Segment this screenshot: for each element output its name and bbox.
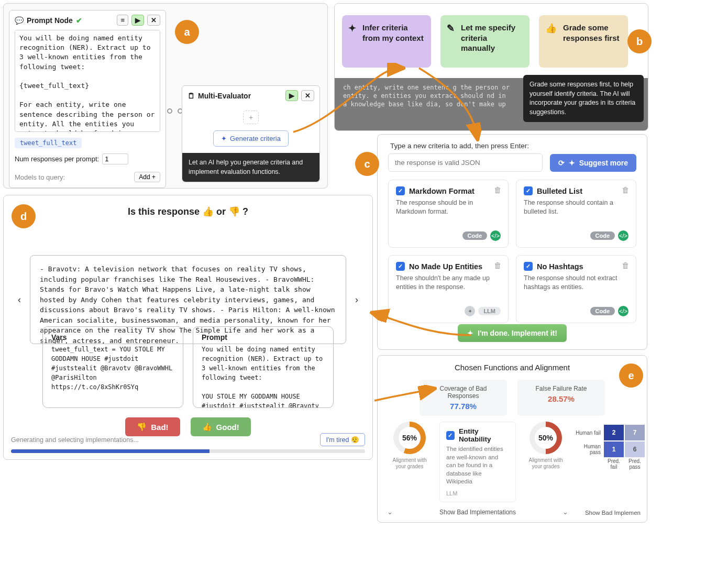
- criteria-title: No Hashtags: [537, 262, 583, 271]
- num-responses-label: Num responses per prompt:: [15, 155, 99, 163]
- prompt-textarea[interactable]: [15, 30, 160, 132]
- badge-a: a: [175, 20, 199, 44]
- criteria-card-no-hashtags: 🗑 ✓No Hashtags The response should not e…: [516, 255, 636, 323]
- code-toggle-icon[interactable]: </>: [490, 230, 501, 241]
- thumbs-down-icon: 👎: [228, 206, 240, 217]
- multi-evaluator-title: Multi-Evaluator: [198, 92, 251, 100]
- cm-cell: 2: [604, 425, 624, 440]
- variable-chip[interactable]: tweet_full_text: [15, 138, 82, 148]
- generate-criteria-button[interactable]: ✦ Generate criteria: [213, 130, 289, 147]
- infer-criteria-card[interactable]: ✦ Infer criteria from my context: [342, 15, 431, 68]
- panel-d-grading: Is this response 👍 or 👎 ? ‹ - Bravotv: A…: [3, 195, 373, 460]
- donut-pct: 50%: [530, 422, 562, 454]
- criteria-mode-pill[interactable]: Code: [590, 231, 615, 240]
- prev-response-button[interactable]: ‹: [14, 294, 25, 305]
- evaluator-icon: 🗒: [187, 92, 195, 100]
- checkbox-icon[interactable]: ✓: [446, 431, 455, 440]
- suggest-more-button[interactable]: ⟳ ✦ Suggest more: [550, 154, 636, 172]
- cm-row-label: Human pass: [571, 444, 603, 455]
- generate-criteria-tooltip: Let an AI help you generate criteria and…: [182, 153, 319, 182]
- checkbox-icon[interactable]: ✓: [396, 262, 405, 271]
- pencil-icon: ✎: [447, 23, 455, 60]
- confusion-matrix: Human fail 2 7 Human pass 1 6 Pred. fail…: [571, 424, 645, 470]
- prompt-node-card: 💬 Prompt Node ✔ ≡ ▶ ✕ tweet_full_text Nu…: [9, 10, 166, 188]
- notability-title: Entity Notability: [459, 427, 509, 443]
- delete-icon[interactable]: 🗑: [622, 185, 630, 194]
- prompt-text: You will be doing named entity recogniti…: [202, 345, 325, 408]
- donut-label: Alignment with your grades: [523, 457, 568, 470]
- run-evaluator-button[interactable]: ▶: [285, 90, 298, 101]
- false-failure-stat: False Failure Rate 28.57%: [517, 380, 605, 416]
- menu-icon[interactable]: ≡: [117, 15, 128, 26]
- multi-evaluator-card: 🗒 Multi-Evaluator ▶ ✕ + ✦ Generate crite…: [182, 85, 320, 182]
- grading-title: Is this response 👍 or 👎 ?: [4, 206, 372, 217]
- criteria-card-no-made-up: 🗑 ✓No Made Up Entities There shouldn't b…: [388, 255, 509, 323]
- alignment-donut-left: 56% Alignment with your grades: [387, 422, 432, 502]
- show-bad-truncated[interactable]: Show Bad Implemen: [585, 510, 641, 516]
- add-model-button[interactable]: Add +: [134, 172, 160, 182]
- refresh-icon: ⟳: [558, 159, 565, 167]
- sparkle-toggle-icon[interactable]: ✦: [465, 306, 475, 316]
- infer-criteria-label: Infer criteria from my context: [362, 23, 425, 60]
- close-evaluator-button[interactable]: ✕: [301, 90, 314, 101]
- run-button[interactable]: ▶: [131, 15, 144, 26]
- checkbox-icon[interactable]: ✓: [524, 186, 533, 195]
- false-failure-label: False Failure Rate: [524, 385, 599, 392]
- criteria-desc: The response should contain a bulleted l…: [524, 198, 628, 216]
- criteria-desc: There shouldn't be any made up entities …: [396, 274, 501, 292]
- alignment-donut-right: 50% Alignment with your grades: [523, 422, 568, 502]
- badge-d: d: [12, 204, 36, 228]
- progress-bar: [11, 449, 365, 453]
- delete-icon[interactable]: 🗑: [622, 261, 630, 270]
- criteria-desc: The response should not extract hashtags…: [524, 274, 628, 292]
- cm-cell: 6: [625, 441, 645, 457]
- sparkle-icon: ✦: [569, 159, 575, 167]
- suggest-more-label: Suggest more: [579, 159, 628, 167]
- criteria-input[interactable]: [388, 153, 543, 172]
- donut-label: Alignment with your grades: [387, 457, 432, 470]
- delete-icon[interactable]: 🗑: [494, 185, 502, 194]
- thumbs-up-icon: 👍: [545, 23, 557, 60]
- chevron-down-icon[interactable]: ⌄: [562, 508, 568, 516]
- chat-icon: 💬: [15, 16, 24, 25]
- prompt-box: Prompt You will be doing named entity re…: [193, 326, 334, 408]
- ghost-prompt-text: ch entity, write one sentenc g the perso…: [343, 83, 512, 125]
- show-bad-link[interactable]: Show Bad Implementations: [439, 509, 516, 516]
- badge-b: b: [627, 29, 652, 53]
- badge-e: e: [619, 363, 643, 388]
- panel-c-criteria-editor: Type a new criteria to add, then press E…: [377, 134, 647, 350]
- code-toggle-icon[interactable]: </>: [618, 306, 628, 316]
- criteria-card-markdown: 🗑 ✓Markdown Format The response should b…: [388, 180, 509, 248]
- vars-box: Vars tweet_full_text = YOU STOLE MY GODD…: [42, 326, 183, 408]
- coverage-label: Coverage of Bad Responses: [426, 385, 501, 400]
- criteria-mode-pill[interactable]: LLM: [478, 307, 501, 315]
- implement-button[interactable]: ✦ I'm done. Implement it!: [458, 324, 567, 342]
- next-response-button[interactable]: ›: [351, 294, 362, 305]
- chevron-down-icon[interactable]: ⌄: [387, 508, 393, 516]
- manual-criteria-card[interactable]: ✎ Let me specify criteria manually: [440, 15, 530, 68]
- num-responses-input[interactable]: [102, 153, 128, 164]
- checkbox-icon[interactable]: ✓: [524, 262, 533, 271]
- criteria-mode-pill[interactable]: Code: [590, 307, 615, 315]
- entity-notability-card: ✓Entity Notability The identified entiti…: [439, 422, 516, 502]
- vars-text: tweet_full_text = YOU STOLE MY GODDAMN H…: [51, 345, 174, 392]
- sparkle-icon: ✦: [348, 23, 356, 60]
- cm-cell: 7: [625, 425, 645, 440]
- add-criteria-placeholder[interactable]: +: [243, 111, 259, 124]
- node-output-port[interactable]: [167, 108, 172, 114]
- prompt-title: Prompt: [202, 333, 325, 341]
- im-tired-button[interactable]: I'm tired 😮‍💨: [320, 433, 365, 446]
- close-button[interactable]: ✕: [147, 15, 160, 26]
- checkbox-icon[interactable]: ✓: [396, 186, 405, 195]
- criteria-title: Bulleted List: [537, 187, 582, 195]
- criteria-mode-pill[interactable]: Code: [462, 231, 488, 240]
- criteria-input-title: Type a new criteria to add, then press E…: [390, 142, 529, 150]
- code-toggle-icon[interactable]: </>: [618, 230, 628, 241]
- grade-first-card[interactable]: 👍 Grade some responses first: [539, 15, 628, 68]
- vars-title: Vars: [51, 333, 174, 341]
- progress-fill: [11, 449, 209, 453]
- donut-chart-icon: 50%: [530, 422, 562, 454]
- grade-first-tooltip: Grade some responses first, to help your…: [523, 75, 644, 122]
- sparkle-icon: ✦: [221, 135, 227, 142]
- delete-icon[interactable]: 🗑: [494, 261, 502, 270]
